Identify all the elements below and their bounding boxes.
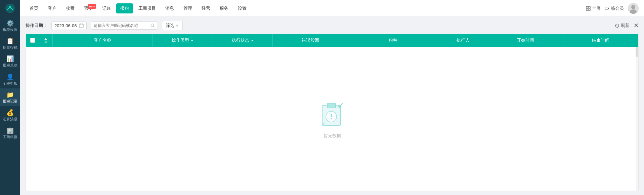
th-start-time: 开始时间 [488,34,563,47]
search-box[interactable] [91,22,158,30]
sidebar-item-label: 报税总览 [3,63,17,68]
sort-icon: ▼ [190,39,194,42]
scroll-track[interactable] [636,47,638,191]
fullscreen-button[interactable]: 全屏 [586,5,601,11]
sidebar-logo [0,0,20,17]
sidebar-item-huisuan-jiaona[interactable]: 💰 汇算清缴 [0,106,20,124]
nav-item-shezhi[interactable]: 设置 [234,3,251,13]
refresh-label: 刷新 [621,23,630,29]
svg-point-17 [45,39,47,41]
svg-point-18 [44,38,48,42]
table-container: 客户名称 操作类型 ▼ 执行状态 ▼ 错误股因 税种 执行人 [26,34,639,191]
th-settings[interactable] [39,34,53,47]
content-area: 操作日期： 2023-06-06 筛选 [20,17,644,195]
sidebar-item-label: 汇算清缴 [3,117,17,121]
money-icon: 💰 [6,109,14,116]
sidebar: ⚙️ 报税设置 📋 批量报税 📊 报税总览 👤 个税申报 📁 报税记录 💰 汇算… [0,0,20,195]
nav-item-xiaoxi[interactable]: 消息 [161,3,178,13]
date-value: 2023-06-06 [54,23,77,28]
empty-icon: ! [319,99,346,129]
sidebar-item-piliang-baoshui[interactable]: 📋 批量报税 [0,35,20,52]
svg-rect-2 [586,6,588,8]
sidebar-item-baoshui-shezhi[interactable]: ⚙️ 报税设置 [0,17,20,35]
sidebar-item-label: 报税设置 [3,28,17,32]
chevron-down-icon [176,24,179,27]
svg-rect-5 [589,9,590,10]
th-customer-name: 客户名称 [53,34,153,47]
search-icon [151,23,155,28]
table-header: 客户名称 操作类型 ▼ 执行状态 ▼ 错误股因 税种 执行人 [26,34,638,47]
empty-text: 暂无数据 [324,133,341,139]
th-error-reason: 错误股因 [273,34,348,47]
svg-text:!: ! [330,113,332,120]
nav-right: 全屏 畅会员 [586,3,639,14]
scroll-thumb[interactable] [636,47,638,57]
nav-item-gongshang[interactable]: 工商项目 [134,3,160,13]
nav-item-piaoju[interactable]: 票据 new [80,3,97,13]
sidebar-item-label: 批量报税 [3,45,17,50]
toolbar-right: 刷新 ✕ [615,23,639,29]
sidebar-item-label: 个税申报 [3,81,17,86]
svg-point-15 [151,24,154,27]
nav-item-jizhang[interactable]: 记账 [98,3,115,13]
svg-marker-7 [608,8,609,9]
sidebar-item-baoshui-zongjian[interactable]: 📊 报税总览 [0,52,20,70]
close-button[interactable]: ✕ [634,23,639,29]
th-exec-status[interactable]: 执行状态 ▼ [213,34,273,47]
sidebar-item-baoshui-jilu[interactable]: 📁 报税记录 [0,88,20,106]
person-icon: 👤 [6,73,14,81]
svg-rect-4 [586,9,588,10]
empty-state: ! 暂无数据 [305,85,359,152]
nav-item-home[interactable]: 首页 [26,3,42,13]
sidebar-item-gongshang-nianbao[interactable]: 🏢 工商年报 [0,124,20,142]
gear-icon [43,38,49,43]
batch-icon: 📋 [6,37,14,45]
svg-point-0 [5,4,15,13]
th-operation-type[interactable]: 操作类型 ▼ [153,34,213,47]
date-label: 操作日期： [26,23,47,29]
th-checkbox[interactable] [26,34,39,47]
th-executor: 执行人 [438,34,488,47]
svg-point-9 [631,5,635,9]
svg-line-16 [153,26,154,27]
svg-rect-11 [79,24,83,28]
calendar-icon [79,23,84,28]
table-body: ! 暂无数据 [26,47,638,191]
nav-item-customer[interactable]: 客户 [44,3,60,13]
vip-button[interactable]: 畅会员 [605,5,624,11]
svg-point-1 [9,6,11,8]
date-picker[interactable]: 2023-06-06 [51,22,87,30]
refresh-icon [615,23,619,28]
record-icon: 📁 [6,91,14,99]
nav-item-fuwu[interactable]: 服务 [216,3,232,13]
nav-item-guanli[interactable]: 管理 [179,3,196,13]
filter-label: 筛选 [166,23,174,29]
nav-item-shoufei[interactable]: 收费 [62,3,79,13]
main-area: 首页 客户 收费 票据 new 记账 报税 工商项目 消息 [20,0,644,195]
sort-icon: ▼ [251,39,254,42]
nav-item-jingying[interactable]: 经营 [198,3,214,13]
nav-items: 首页 客户 收费 票据 new 记账 报税 工商项目 消息 [26,3,586,13]
new-badge: new [88,4,96,9]
svg-rect-20 [327,103,336,108]
user-avatar[interactable] [628,3,639,14]
fullscreen-icon [586,6,591,11]
nav-item-baoshui[interactable]: 报税 [116,3,133,13]
refresh-button[interactable]: 刷新 [615,23,630,29]
th-tax-type: 税种 [348,34,438,47]
filter-button[interactable]: 筛选 [162,21,183,30]
sidebar-item-label: 报税记录 [3,99,17,104]
svg-rect-6 [605,7,608,10]
overview-icon: 📊 [6,55,14,63]
top-nav: 首页 客户 收费 票据 new 记账 报税 工商项目 消息 [20,0,644,17]
building-icon: 🏢 [6,127,14,134]
sidebar-item-geshuishenbao[interactable]: 👤 个税申报 [0,71,20,88]
th-end-time: 结束时间 [563,34,638,47]
video-icon [605,6,609,11]
sidebar-item-label: 工商年报 [3,135,17,139]
select-all-checkbox[interactable] [30,38,35,43]
toolbar: 操作日期： 2023-06-06 筛选 [26,21,639,30]
settings-icon: ⚙️ [6,20,14,27]
search-input[interactable] [94,23,149,28]
svg-rect-3 [589,6,590,8]
